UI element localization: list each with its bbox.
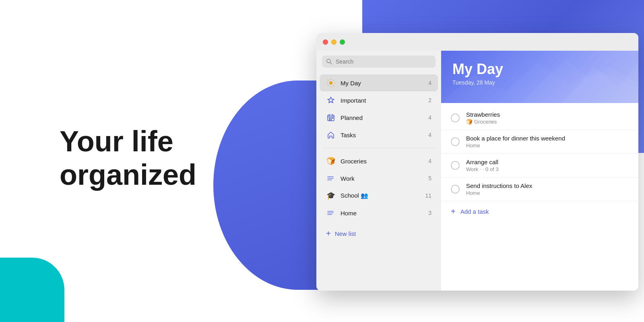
minimize-button[interactable] <box>331 39 336 45</box>
nav-section-lists: 🍞 Groceries 4 <box>316 151 441 223</box>
close-button[interactable] <box>323 39 328 45</box>
calendar-icon <box>326 113 336 122</box>
add-task-label: Add a task <box>460 208 489 215</box>
sidebar-item-groceries-label: Groceries <box>341 158 423 165</box>
sidebar-item-home[interactable]: Home 3 <box>320 204 438 221</box>
new-list-button[interactable]: + New list <box>320 225 438 242</box>
sidebar-item-groceries-count: 4 <box>428 158 431 164</box>
svg-point-29 <box>328 211 328 212</box>
svg-point-23 <box>328 176 328 177</box>
svg-line-10 <box>328 85 329 86</box>
svg-point-30 <box>328 213 328 213</box>
sidebar-item-important-label: Important <box>341 97 423 104</box>
sidebar-item-work-label: Work <box>341 175 423 182</box>
task-complete-circle[interactable] <box>451 114 460 122</box>
svg-point-24 <box>328 178 328 179</box>
sidebar-divider <box>323 148 435 148</box>
search-bar[interactable] <box>322 56 436 68</box>
sidebar-item-planned[interactable]: Planned 4 <box>320 109 438 126</box>
headline-line1: Your life <box>60 125 173 157</box>
tasks-list: Strawberries 🍞 Groceries Book a place fo… <box>441 103 638 291</box>
task-meta-text: Home <box>466 142 480 149</box>
headline-line2: organized <box>60 159 196 191</box>
sidebar-item-home-label: Home <box>341 210 423 217</box>
task-meta: Work · · 0 of 3 <box>466 166 629 172</box>
sidebar-item-work-count: 5 <box>428 175 431 182</box>
task-item-arrange-call[interactable]: Arrange call Work · · 0 of 3 <box>441 154 638 178</box>
svg-rect-16 <box>330 118 332 119</box>
sun-icon <box>326 78 336 88</box>
add-task-plus-icon: + <box>451 207 456 216</box>
task-title: Strawberries <box>466 111 629 118</box>
task-meta-dot: · <box>480 167 481 171</box>
task-item-send-instructions[interactable]: Send instructions to Alex Home <box>441 178 638 201</box>
svg-rect-18 <box>329 119 330 120</box>
app-body: My Day 4 Important 2 <box>316 51 638 291</box>
mortarboard-icon: 🎓 <box>326 191 336 200</box>
bread-icon: 🍞 <box>326 156 336 166</box>
task-complete-circle[interactable] <box>451 161 460 170</box>
task-meta: Home <box>466 142 629 149</box>
sidebar-item-school-label: School 👥 <box>341 192 420 199</box>
title-bar <box>316 33 638 51</box>
bg-shape-bottom-left <box>0 258 64 322</box>
sidebar-item-important-count: 2 <box>428 97 431 103</box>
sidebar-item-school-count: 11 <box>425 192 431 199</box>
task-content: Book a place for dinner this weekend Hom… <box>466 135 629 149</box>
svg-rect-17 <box>332 118 333 119</box>
svg-point-2 <box>329 81 332 85</box>
sidebar-item-groceries[interactable]: 🍞 Groceries 4 <box>320 153 438 169</box>
task-meta-icon: 🍞 <box>466 119 473 125</box>
app-window: My Day 4 Important 2 <box>316 33 638 291</box>
new-list-label: New list <box>335 230 356 237</box>
task-complete-circle[interactable] <box>451 185 460 194</box>
plus-icon: + <box>326 229 331 238</box>
search-input[interactable] <box>336 58 431 65</box>
task-title: Send instructions to Alex <box>466 182 629 189</box>
task-item-dinner[interactable]: Book a place for dinner this weekend Hom… <box>441 130 638 154</box>
task-content: Send instructions to Alex Home <box>466 182 629 196</box>
sidebar-item-planned-count: 4 <box>428 114 431 121</box>
list-icon-work <box>326 173 336 183</box>
main-panel: My Day Tuesday, 28 May Strawberries 🍞 Gr… <box>441 51 638 291</box>
svg-line-7 <box>328 80 329 81</box>
maximize-button[interactable] <box>340 39 345 45</box>
house-icon <box>326 130 336 140</box>
svg-rect-19 <box>330 119 332 120</box>
task-complete-circle[interactable] <box>451 137 460 146</box>
nav-section-smart-lists: My Day 4 Important 2 <box>316 72 441 145</box>
task-meta: 🍞 Groceries <box>466 119 629 125</box>
svg-line-1 <box>330 62 332 64</box>
svg-point-31 <box>328 214 328 215</box>
sidebar-item-work[interactable]: Work 5 <box>320 170 438 187</box>
traffic-lights <box>323 39 345 45</box>
task-title: Book a place for dinner this weekend <box>466 135 629 142</box>
sidebar-item-tasks[interactable]: Tasks 4 <box>320 126 438 143</box>
sidebar-item-important[interactable]: Important 2 <box>320 92 438 109</box>
task-meta-text: Groceries <box>474 119 497 125</box>
task-title: Arrange call <box>466 159 629 165</box>
sidebar-item-school[interactable]: 🎓 School 👥 11 <box>320 187 438 204</box>
svg-point-25 <box>328 180 328 180</box>
task-content: Arrange call Work · · 0 of 3 <box>466 159 629 172</box>
task-meta-text: Home <box>466 190 480 196</box>
sidebar: My Day 4 Important 2 <box>316 51 441 291</box>
task-meta-text: Work <box>466 166 478 172</box>
list-icon-home <box>326 208 336 218</box>
svg-line-9 <box>333 80 334 81</box>
sidebar-item-my-day[interactable]: My Day 4 <box>320 74 438 91</box>
sidebar-item-my-day-label: My Day <box>341 80 423 87</box>
svg-rect-15 <box>329 118 330 119</box>
task-meta-extra: · 0 of 3 <box>483 166 499 172</box>
headline: Your life organized <box>60 125 196 192</box>
task-meta: Home <box>466 190 629 196</box>
task-item-strawberries[interactable]: Strawberries 🍞 Groceries <box>441 106 638 130</box>
search-icon <box>326 58 332 65</box>
add-task-row[interactable]: + Add a task <box>441 201 638 222</box>
sidebar-item-my-day-count: 4 <box>428 80 431 86</box>
task-content: Strawberries 🍞 Groceries <box>466 111 629 125</box>
panel-header: My Day Tuesday, 28 May <box>441 51 638 103</box>
sidebar-item-tasks-count: 4 <box>428 132 431 138</box>
star-icon <box>326 95 336 105</box>
sidebar-item-planned-label: Planned <box>341 114 423 121</box>
